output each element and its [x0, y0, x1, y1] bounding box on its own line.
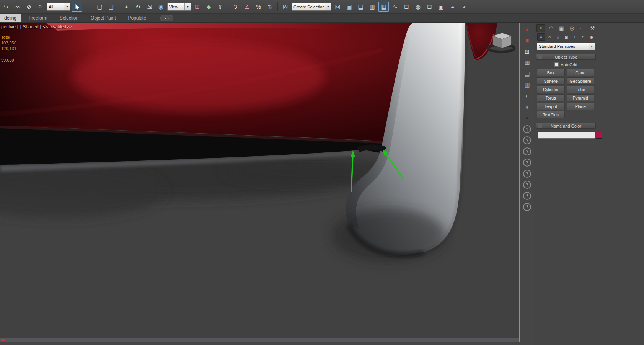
disc-icon[interactable]: ●: [522, 102, 532, 112]
selection-filter-dropdown[interactable]: All▾: [47, 3, 70, 11]
collapse-toggle-icon[interactable]: -: [538, 55, 542, 59]
lights-category[interactable]: ☼: [554, 33, 562, 41]
button-box[interactable]: Box: [537, 69, 565, 76]
help-question-icon[interactable]: ?: [522, 124, 532, 134]
button-plane[interactable]: Plane: [567, 103, 595, 110]
bind-to-space-warp-icon[interactable]: ≋: [35, 2, 46, 12]
select-object-icon[interactable]: ↖: [72, 2, 82, 12]
dropdown-arrow-icon[interactable]: ▾: [184, 3, 191, 10]
angle-snap-icon[interactable]: ∠: [242, 2, 252, 12]
help-question-icon[interactable]: ?: [522, 147, 532, 156]
dropdown-arrow-icon[interactable]: ▾: [64, 3, 70, 10]
spinner-snap-icon[interactable]: ⇅: [265, 2, 275, 12]
sphere-icon[interactable]: ◐: [522, 91, 532, 101]
ribbon-tab-object-paint[interactable]: Object Paint: [86, 14, 120, 22]
help-question-icon[interactable]: ?: [522, 158, 532, 167]
redo-icon[interactable]: ↪: [1, 2, 11, 12]
create-tab[interactable]: ☀: [536, 24, 545, 32]
button-teapot[interactable]: Teapot: [537, 103, 565, 110]
help-question-icon[interactable]: ?: [522, 180, 532, 190]
rendered-frame-window-icon[interactable]: ▣: [436, 2, 446, 12]
ribbon-tab-freeform[interactable]: Freeform: [24, 14, 52, 22]
subcategory-dropdown[interactable]: Standard Primitives ▾: [537, 43, 595, 50]
object-type-rollout-header[interactable]: - Object Type: [536, 54, 596, 60]
keyboard-shortcut-override-icon[interactable]: ⇧: [215, 2, 225, 12]
side-toolbar: ◕■⊞▦▤▥◐●×????????: [520, 23, 534, 345]
shapes-category[interactable]: ○: [546, 33, 553, 41]
select-and-place-icon[interactable]: ◉: [156, 2, 166, 12]
select-and-link-icon[interactable]: ∞: [12, 2, 23, 12]
snaps-toggle-icon[interactable]: 3: [230, 2, 241, 12]
viewport-canvas[interactable]: [0, 23, 519, 342]
ribbon-tab-deling[interactable]: deling: [0, 14, 21, 22]
render-flyout-icon[interactable]: ◕: [459, 2, 469, 12]
dropdown-arrow-icon[interactable]: ▾: [589, 43, 595, 50]
utilities-tab[interactable]: ⚒: [588, 24, 597, 32]
use-center-flyout-icon[interactable]: ⊞: [192, 2, 202, 12]
select-and-move-icon[interactable]: +: [121, 2, 132, 12]
toggle-ribbon-icon[interactable]: ▦: [378, 2, 389, 12]
checker-icon[interactable]: ▦: [522, 58, 532, 67]
toggle-scene-explorer-icon[interactable]: ▤: [355, 2, 366, 12]
graph-icon[interactable]: ⊞: [522, 47, 532, 56]
help-question-icon[interactable]: ?: [522, 169, 532, 178]
geometry-category[interactable]: ●: [537, 33, 545, 41]
toolbar-separator: [119, 2, 119, 11]
named-selection-sets-dropdown[interactable]: Create Selection Se▾: [292, 3, 331, 11]
motion-tab[interactable]: ◎: [567, 24, 576, 32]
viewport-name-label[interactable]: pective ]: [1, 24, 18, 29]
helpers-category[interactable]: +: [571, 33, 579, 41]
material-editor-icon[interactable]: ◍: [413, 2, 423, 12]
cameras-category[interactable]: ◙: [562, 33, 570, 41]
mirror-icon[interactable]: ⋈: [333, 2, 343, 12]
render-production-icon[interactable]: ◕: [447, 2, 458, 12]
reference-coordinate-system-dropdown[interactable]: View▾: [167, 3, 191, 11]
box-icon[interactable]: ■: [522, 36, 532, 45]
button-textplus[interactable]: TextPlus: [537, 111, 565, 118]
edit-named-selection-sets-icon[interactable]: {A}: [280, 2, 290, 12]
ribbon-tab-selection[interactable]: Selection: [55, 14, 83, 22]
button-cone[interactable]: Cone: [567, 69, 595, 76]
close-x-icon[interactable]: ×: [522, 113, 532, 123]
align-icon[interactable]: ▣: [344, 2, 354, 12]
unlink-selection-icon[interactable]: ⊘: [24, 2, 34, 12]
autogrid-checkbox[interactable]: [554, 62, 559, 67]
perspective-viewport[interactable]: pective ] [ Shaded ] <<Disabled>> Total …: [0, 23, 520, 342]
space-warps-category[interactable]: ≈: [579, 33, 587, 41]
window-crossing-toggle-icon[interactable]: ◫: [106, 2, 116, 12]
object-name-input[interactable]: [538, 132, 595, 139]
collapse-toggle-icon[interactable]: [538, 124, 542, 128]
name-color-rollout-header[interactable]: Name and Color: [536, 123, 596, 129]
button-tube[interactable]: Tube: [567, 86, 595, 93]
button-cylinder[interactable]: Cylinder: [537, 86, 565, 93]
toggle-layer-explorer-icon[interactable]: ▥: [367, 2, 377, 12]
ribbon-tab-populate[interactable]: Populate: [124, 14, 150, 22]
systems-category[interactable]: ◉: [588, 33, 595, 41]
help-question-icon[interactable]: ?: [522, 136, 532, 145]
percent-snap-icon[interactable]: %: [253, 2, 264, 12]
help-question-icon[interactable]: ?: [522, 202, 532, 212]
button-torus[interactable]: Torus: [537, 94, 565, 101]
rectangular-selection-region-icon[interactable]: ▢: [95, 2, 105, 12]
button-pyramid[interactable]: Pyramid: [567, 94, 595, 101]
layers-icon[interactable]: ▤: [522, 69, 532, 78]
render-setup-icon[interactable]: ⊡: [424, 2, 435, 12]
select-and-rotate-icon[interactable]: ↻: [133, 2, 143, 12]
object-color-swatch[interactable]: [596, 132, 602, 139]
display-tab[interactable]: ▭: [578, 24, 587, 32]
dropdown-arrow-icon[interactable]: ▾: [325, 3, 331, 10]
schematic-view-icon[interactable]: ⊟: [401, 2, 412, 12]
ribbon-minimize-button[interactable]: ▴ ▾: [160, 15, 173, 21]
button-geosphere[interactable]: GeoSphere: [567, 77, 595, 85]
hierarchy-tab[interactable]: ▣: [557, 24, 566, 32]
curve-editor-icon[interactable]: ∿: [390, 2, 400, 12]
viewport-shading-label[interactable]: [ Shaded ]: [20, 24, 41, 29]
select-and-scale-icon[interactable]: ⇲: [144, 2, 155, 12]
modify-tab[interactable]: ◠: [547, 24, 556, 32]
button-sphere[interactable]: Sphere: [537, 77, 565, 85]
grid-icon[interactable]: ▥: [522, 80, 532, 90]
select-by-name-icon[interactable]: ≡: [83, 2, 93, 12]
select-and-manipulate-icon[interactable]: ◆: [204, 2, 214, 12]
teapot-icon[interactable]: ◕: [522, 25, 532, 34]
help-question-icon[interactable]: ?: [522, 191, 532, 201]
